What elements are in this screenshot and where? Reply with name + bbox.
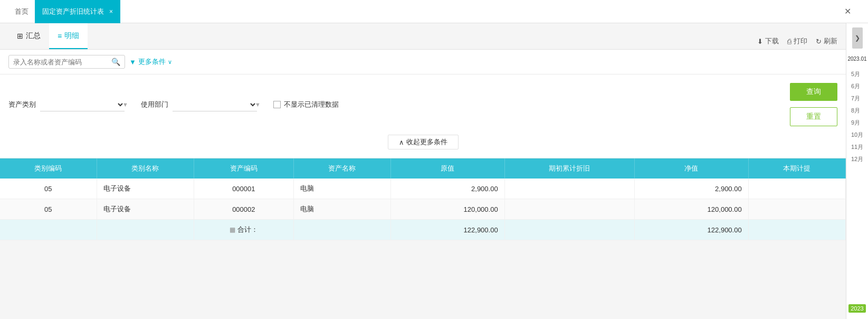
summary-icon: ⊞ bbox=[17, 32, 23, 40]
filter-asset-category: 资产类别 ▼ bbox=[8, 98, 128, 111]
col-asset-code: 资产编码 bbox=[194, 158, 293, 179]
tab-summary[interactable]: ⊞ 汇总 bbox=[8, 23, 49, 49]
print-label: 打印 bbox=[794, 36, 807, 46]
total-label: 合计： bbox=[237, 225, 258, 234]
collapse-icon: ∧ bbox=[399, 138, 404, 146]
date-label: 2023.01 bbox=[847, 54, 866, 64]
sidebar-month-item[interactable]: 5月 bbox=[851, 68, 863, 80]
sidebar-month-item[interactable]: 11月 bbox=[851, 141, 863, 153]
cell-net-value: 120,000.00 bbox=[635, 199, 749, 220]
category-dropdown-icon: ▼ bbox=[122, 101, 128, 108]
no-clear-data-label: 不显示已清理数据 bbox=[284, 100, 339, 109]
department-dropdown-icon: ▼ bbox=[255, 101, 261, 108]
tab-actions: ⬇ 下载 ⎙ 打印 ↻ 刷新 bbox=[757, 36, 837, 49]
table-row: 05 电子设备 000001 电脑 2,900.00 2,900.00 bbox=[0, 179, 846, 199]
no-clear-data-checkbox[interactable] bbox=[273, 101, 281, 108]
cell-current-period bbox=[748, 179, 845, 199]
tab-close-icon[interactable]: × bbox=[109, 8, 113, 15]
tab-summary-label: 汇总 bbox=[26, 31, 41, 41]
cell-asset-code: 000001 bbox=[194, 179, 293, 199]
print-icon: ⎙ bbox=[787, 37, 791, 45]
total-icon: ▦ bbox=[230, 226, 235, 233]
window-close-button[interactable]: ✕ bbox=[836, 6, 860, 16]
search-input[interactable] bbox=[13, 58, 108, 66]
left-panel: ⊞ 汇总 ≡ 明细 ⬇ 下载 ⎙ 打印 ↻ 刷新 bbox=[0, 23, 846, 319]
cell-net-value: 2,900.00 bbox=[635, 179, 749, 199]
tab-detail[interactable]: ≡ 明细 bbox=[49, 23, 88, 49]
cell-initial-depreciation bbox=[504, 199, 634, 220]
sidebar-month-item[interactable]: 8月 bbox=[851, 105, 863, 117]
col-category-name: 类别名称 bbox=[97, 158, 194, 179]
sidebar-month-item[interactable]: 6月 bbox=[851, 80, 863, 92]
download-icon: ⬇ bbox=[757, 37, 763, 45]
cell-category-name: 电子设备 bbox=[97, 199, 194, 220]
cell-original-value: 120,000.00 bbox=[391, 199, 505, 220]
sidebar-month-item[interactable]: 12月 bbox=[851, 153, 863, 165]
detail-icon: ≡ bbox=[58, 32, 62, 40]
sidebar-month-item[interactable]: 10月 bbox=[851, 129, 863, 141]
collapse-button[interactable]: ∧ 收起更多条件 bbox=[388, 135, 459, 149]
tab-detail-label: 明细 bbox=[64, 31, 79, 41]
sidebar-expand-button[interactable]: ❯ bbox=[852, 27, 863, 49]
asset-category-select[interactable] bbox=[40, 98, 125, 111]
sidebar-month-item[interactable]: 9月 bbox=[851, 117, 863, 129]
total-original-value: 122,900.00 bbox=[391, 220, 505, 240]
table-total-row: ▦ 合计： 122,900.00 122,900.00 bbox=[0, 220, 846, 240]
department-select[interactable] bbox=[173, 98, 257, 111]
filter-buttons: 查询 重置 bbox=[790, 83, 837, 126]
sidebar-month-item[interactable]: 7月 bbox=[851, 92, 863, 105]
col-net-value: 净值 bbox=[635, 158, 749, 179]
cell-category-code: 05 bbox=[0, 179, 97, 199]
col-initial-depreciation: 期初累计折旧 bbox=[504, 158, 634, 179]
month-list: 5月6月7月8月9月10月11月12月 bbox=[851, 68, 863, 165]
table-header-row: 类别编码 类别名称 资产编码 资产名称 原值 期初累计折旧 净值 本期计提 bbox=[0, 158, 846, 179]
download-button[interactable]: ⬇ 下载 bbox=[757, 36, 779, 46]
reset-button[interactable]: 重置 bbox=[790, 107, 837, 126]
asset-category-label: 资产类别 bbox=[8, 100, 36, 109]
refresh-icon: ↻ bbox=[816, 37, 822, 45]
col-asset-name: 资产名称 bbox=[293, 158, 390, 179]
department-label: 使用部门 bbox=[141, 100, 168, 109]
table-row: 05 电子设备 000002 电脑 120,000.00 120,000.00 bbox=[0, 199, 846, 220]
total-empty-3 bbox=[293, 220, 390, 240]
right-sidebar: ❯ 2023.01 5月6月7月8月9月10月11月12月 2023 bbox=[846, 23, 868, 319]
search-wrap: 🔍 bbox=[8, 55, 125, 69]
search-icon: 🔍 bbox=[111, 58, 120, 66]
home-link[interactable]: 首页 bbox=[8, 7, 35, 16]
table-wrap: 类别编码 类别名称 资产编码 资产名称 原值 期初累计折旧 净值 本期计提 05… bbox=[0, 158, 846, 319]
cell-original-value: 2,900.00 bbox=[391, 179, 505, 199]
cell-asset-name: 电脑 bbox=[293, 179, 390, 199]
total-initial-depreciation bbox=[504, 220, 634, 240]
refresh-button[interactable]: ↻ 刷新 bbox=[816, 36, 837, 46]
total-net-value: 122,900.00 bbox=[635, 220, 749, 240]
query-button[interactable]: 查询 bbox=[790, 83, 837, 101]
total-label-cell: ▦ 合计： bbox=[194, 220, 293, 240]
collapse-btn-wrap: ∧ 收起更多条件 bbox=[8, 133, 837, 154]
window-controls: ✕ bbox=[836, 6, 860, 16]
cell-asset-code: 000002 bbox=[194, 199, 293, 220]
expand-icon: ❯ bbox=[855, 34, 860, 42]
filter-bar: 🔍 ▼ 更多条件 ∨ bbox=[0, 50, 846, 74]
print-button[interactable]: ⎙ 打印 bbox=[787, 36, 807, 46]
filter-icon: ▼ bbox=[129, 58, 136, 66]
download-label: 下载 bbox=[765, 36, 779, 46]
tab-bar: ⊞ 汇总 ≡ 明细 ⬇ 下载 ⎙ 打印 ↻ 刷新 bbox=[0, 23, 846, 50]
collapse-label: 收起更多条件 bbox=[406, 137, 447, 147]
more-conditions-button[interactable]: ▼ 更多条件 ∨ bbox=[129, 57, 172, 67]
filter-row-1: 资产类别 ▼ 使用部门 ▼ 不显示已清理数据 bbox=[8, 83, 837, 126]
main-content: ⊞ 汇总 ≡ 明细 ⬇ 下载 ⎙ 打印 ↻ 刷新 bbox=[0, 23, 868, 319]
cell-asset-name: 电脑 bbox=[293, 199, 390, 220]
refresh-label: 刷新 bbox=[824, 36, 837, 46]
chevron-down-icon: ∨ bbox=[168, 59, 172, 65]
total-current-period bbox=[748, 220, 845, 240]
col-category-code: 类别编码 bbox=[0, 158, 97, 179]
advanced-filter: 资产类别 ▼ 使用部门 ▼ 不显示已清理数据 bbox=[0, 74, 846, 158]
cell-initial-depreciation bbox=[504, 179, 634, 199]
year-badge: 2023 bbox=[848, 304, 865, 313]
cell-current-period bbox=[748, 199, 845, 220]
total-empty-1 bbox=[0, 220, 97, 240]
top-nav: 首页 固定资产折旧统计表 × ✕ bbox=[0, 0, 868, 23]
active-tab[interactable]: 固定资产折旧统计表 × bbox=[35, 0, 120, 23]
no-clear-data-checkbox-wrap: 不显示已清理数据 bbox=[273, 100, 339, 109]
cell-category-name: 电子设备 bbox=[97, 179, 194, 199]
